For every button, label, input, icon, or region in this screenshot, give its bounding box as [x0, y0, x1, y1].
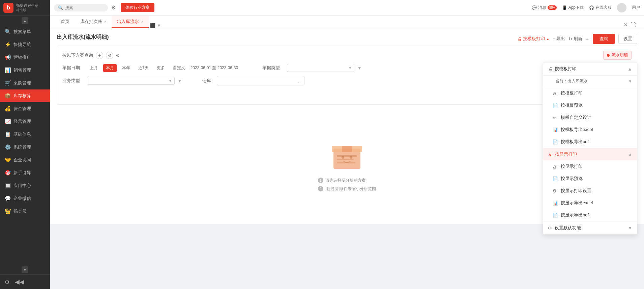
dropdown-display-export-pdf[interactable]: 📄 按显示导出pdf — [543, 209, 637, 221]
more-actions-icon[interactable]: ··· — [586, 36, 589, 42]
app-download-label: App下载 — [568, 5, 584, 10]
sidebar: b 畅捷通好生意 标准版 ▲ 🔍 搜索菜单 ⚡ 快捷导航 📢 营销推广 — [0, 0, 50, 289]
sidebar-item-marketing[interactable]: 📢 营销推广 — [0, 51, 50, 64]
tab-expand-icon[interactable]: ⛶ — [631, 22, 636, 28]
settings-btn[interactable]: 设置 — [618, 34, 637, 44]
search-input[interactable] — [65, 5, 99, 10]
template-custom-label: 模板自定义设计 — [561, 114, 591, 121]
dropdown-display-preview[interactable]: 📄 按显示预览 — [543, 173, 637, 185]
tab-home[interactable]: 首页 — [55, 16, 75, 28]
sidebar-footer: ⚙ ◀◀ — [0, 274, 50, 289]
business-type-expand[interactable]: ▼ — [177, 78, 182, 83]
display-preview-label: 按显示预览 — [561, 176, 583, 182]
page-wrapper: 出入库流水(流水明细) 按以下方案查询 + ⚙ « — [50, 28, 644, 224]
warehouse-input[interactable]: ... — [217, 76, 304, 85]
sidebar-scroll-up[interactable]: ▲ — [22, 17, 28, 24]
dropdown-display-export-excel[interactable]: 📊 按显示导出excel — [543, 197, 637, 209]
dropdown-display-settings[interactable]: ⚙ 按显示打印设置 — [543, 185, 637, 197]
sidebar-item-finance[interactable]: 💰 资金管理 — [0, 102, 50, 115]
message-action[interactable]: 💬 消息 99+ — [532, 5, 557, 10]
print-template-btn[interactable]: 🖨 按模板打印 ▲ — [517, 36, 550, 42]
hint-2-num: 2 — [318, 186, 323, 191]
content-area: 出入库流水(流水明细) 按以下方案查询 + ⚙ « — [50, 28, 644, 289]
query-btn[interactable]: 查询 — [593, 34, 615, 44]
settings-footer-icon[interactable]: ⚙ — [5, 279, 9, 285]
date-btn-this-year[interactable]: 本年 — [119, 64, 133, 72]
expand-icon: ⬛ — [150, 23, 155, 28]
tab-batch-account-close[interactable]: × — [104, 20, 106, 24]
dropdown-template-export-excel[interactable]: 📊 按模板导出excel — [543, 124, 637, 136]
sidebar-scroll-down[interactable]: ▼ — [22, 266, 28, 273]
filter-collapse-btn[interactable]: « — [116, 52, 119, 58]
tab-close-all-icon[interactable]: ✕ — [623, 22, 628, 28]
filter-settings-btn[interactable]: ⚙ — [106, 52, 113, 59]
empty-hint-1: 1 请先选择要分析的方案 — [318, 178, 376, 183]
dropdown-footer-left: ⚙ 设置默认功能 — [548, 225, 581, 231]
date-btn-this-month[interactable]: 本月 — [103, 64, 117, 72]
page-title: 出入库流水(流水明细) — [57, 34, 109, 41]
sidebar-item-vip[interactable]: 👑 畅会员 — [0, 205, 50, 218]
sidebar-item-search-menu[interactable]: 🔍 搜索菜单 — [0, 25, 50, 38]
dropdown-footer[interactable]: ⚙ 设置默认功能 ▼ — [543, 221, 637, 234]
svg-point-6 — [342, 156, 344, 159]
business-type-filter: 业务类型 ▼ — [62, 77, 182, 85]
svg-rect-4 — [337, 159, 354, 160]
sidebar-item-operations[interactable]: 📈 经营管理 — [0, 115, 50, 128]
tab-batch-account[interactable]: 库存批次账 × — [75, 16, 112, 28]
online-service-label: 在线客服 — [595, 5, 612, 10]
template-export-excel-label: 按模板导出excel — [561, 127, 593, 133]
settings-icon[interactable]: ⚙ — [111, 4, 116, 11]
svg-point-7 — [350, 156, 352, 159]
dropdown-template-preview[interactable]: 📄 按模板预览 — [543, 99, 637, 111]
collapse-sidebar-icon[interactable]: ◀◀ — [15, 278, 24, 286]
date-btn-custom[interactable]: 自定义 — [170, 64, 188, 72]
dropdown-current: 当前：出入库流水 ▼ — [543, 76, 637, 87]
sidebar-item-app-center[interactable]: 🔲 应用中心 — [0, 179, 50, 192]
tab-flow-close[interactable]: × — [141, 20, 143, 24]
export-icon: ↑ — [553, 36, 555, 42]
header-search[interactable]: 🔍 — [54, 4, 108, 11]
sidebar-item-wechat[interactable]: 💬 企业微信 — [0, 192, 50, 205]
sidebar-item-basic[interactable]: 📋 基础信息 — [0, 128, 50, 141]
export-btn[interactable]: ↑ 导出 — [553, 36, 565, 42]
warehouse-more-icon[interactable]: ... — [296, 78, 301, 84]
display-export-excel-label: 按显示导出excel — [561, 200, 593, 206]
user-avatar[interactable] — [617, 3, 626, 12]
refresh-btn[interactable]: ↻ 刷新 — [568, 36, 582, 42]
dropdown-template-print[interactable]: 🖨 按模板打印 — [543, 87, 637, 99]
message-badge: 99+ — [548, 5, 557, 10]
date-btn-more[interactable]: 更多 — [154, 64, 168, 72]
date-btn-7days[interactable]: 近7天 — [136, 64, 151, 72]
collab-icon: 🤝 — [5, 157, 11, 163]
sidebar-item-quick-nav[interactable]: ⚡ 快捷导航 — [0, 38, 50, 51]
sidebar-item-system[interactable]: ⚙️ 系统管理 — [0, 141, 50, 154]
tab-home-label: 首页 — [61, 19, 69, 25]
sidebar-item-collab[interactable]: 🤝 企业协同 — [0, 154, 50, 166]
app-download-action[interactable]: 📱 App下载 — [562, 5, 584, 10]
tab-flow[interactable]: 出入库流水 × — [112, 16, 148, 28]
dropdown-display-print[interactable]: 🖨 按显示打印 — [543, 160, 637, 173]
doc-type-expand[interactable]: ▼ — [357, 65, 362, 71]
sidebar-item-inventory[interactable]: 📦 库存核算 — [0, 89, 50, 102]
refresh-icon: ↻ — [568, 36, 572, 42]
trial-btn[interactable]: 体验行业方案 — [121, 3, 154, 12]
dropdown-template-custom[interactable]: ✏ 模板自定义设计 — [543, 111, 637, 124]
dropdown-collapse-btn[interactable]: ▲ — [627, 66, 632, 72]
online-service-action[interactable]: 🎧 在线客服 — [589, 5, 612, 10]
display-section-header[interactable]: 🖨 按显示打印 ▲ — [543, 148, 637, 160]
tab-expand[interactable]: ⬛ ▼ — [150, 23, 161, 28]
dropdown-header-title: 🖨 按模板打印 — [548, 66, 577, 72]
empty-illustration — [327, 132, 367, 172]
display-settings-label: 按显示打印设置 — [561, 188, 591, 194]
sidebar-item-purchase[interactable]: 🛒 采购管理 — [0, 77, 50, 89]
business-type-select[interactable] — [87, 77, 175, 85]
finance-icon: 💰 — [5, 106, 11, 112]
filter-add-btn[interactable]: + — [96, 52, 103, 59]
dropdown-template-export-pdf[interactable]: 📄 按模板导出pdf — [543, 136, 637, 148]
doc-type-select[interactable] — [287, 64, 354, 72]
template-print-label: 按模板打印 — [561, 90, 583, 96]
sidebar-item-sales[interactable]: 📊 销售管理 — [0, 64, 50, 77]
date-btn-last-month[interactable]: 上月 — [87, 64, 100, 72]
sidebar-item-guide[interactable]: 🎯 新手引导 — [0, 166, 50, 179]
empty-hint-2: 2 用[过滤]条件来缩小分析范围 — [318, 186, 376, 192]
